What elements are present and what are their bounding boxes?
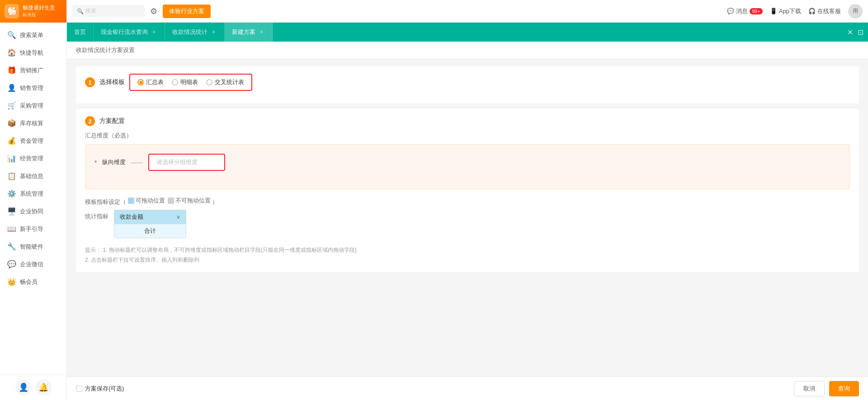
sidebar-label-system: 系统管理: [20, 190, 43, 198]
sidebar-item-inventory[interactable]: 📦 库存核算: [0, 114, 66, 132]
sidebar-label-smart-hw: 智能硬件: [20, 243, 43, 251]
footer-buttons: 取消 查询: [794, 381, 859, 396]
legend-fixed: 不可拖动位置: [168, 197, 211, 205]
chart-icon: 📊: [7, 154, 16, 163]
radio-cross-label: 交叉统计表: [215, 78, 244, 86]
app-icon: 📱: [770, 8, 777, 14]
user-icon: 👤: [7, 84, 16, 92]
wrench-icon: 🔧: [7, 242, 16, 251]
tab-receipt-stats[interactable]: 收款情况统计 ×: [165, 23, 225, 42]
stat-title: 统计指标: [85, 210, 108, 221]
tab-new-plan-close[interactable]: ×: [258, 28, 265, 36]
sidebar-label-finance: 资金管理: [20, 137, 43, 145]
tab-bank-flow[interactable]: 现金银行流水查询 ×: [94, 23, 165, 42]
window-close-icon[interactable]: ✕: [847, 28, 853, 37]
save-checkbox-label: 方案保存(可选): [85, 385, 124, 393]
dimension-placeholder: 请选择分组维度: [156, 159, 198, 165]
sidebar-item-finance[interactable]: 💰 资金管理: [0, 132, 66, 150]
sidebar-item-enterprise-wechat[interactable]: 💬 企业微信: [0, 255, 66, 273]
radio-dot-summary: [137, 79, 144, 85]
tips-section: 提示： 1. 拖动标题栏可以调整布局，不可跨维度或指标区域拖动栏目字段(只能在同…: [85, 245, 850, 265]
app-download-btn[interactable]: 📱 App下载: [770, 7, 801, 15]
step2-number: 2: [85, 116, 95, 126]
sidebar-item-smart-hw[interactable]: 🔧 智能硬件: [0, 238, 66, 255]
radio-summary-label: 汇总表: [146, 78, 164, 86]
header: 🔍 搜索 ⚙ 体验行业方案 💬 消息 99+ 📱 App下载 🎧 在线客服 用: [67, 0, 868, 23]
window-expand-icon[interactable]: ⊡: [858, 28, 863, 37]
sidebar-notification-btn[interactable]: 🔔: [35, 379, 52, 395]
stat-table: 收款金额 ∨ 合计: [114, 210, 186, 238]
indicator-section: 模板指标设定（ 可拖动位置 不可拖动位置 ）: [85, 197, 850, 238]
dimension-arrow: ——: [131, 159, 143, 166]
sidebar-label-operations: 经营管理: [20, 155, 43, 163]
sidebar-item-marketing[interactable]: 🎁 营销推广: [0, 61, 66, 79]
crown-icon: 👑: [7, 278, 16, 286]
sidebar-item-enterprise-collab[interactable]: 🖥️ 企业协同: [0, 202, 66, 220]
chat-icon: 💬: [7, 260, 16, 268]
avatar[interactable]: 用: [848, 4, 863, 19]
page-body: 1 选择模板 汇总表 明细表: [67, 59, 868, 279]
dimension-selector-btn[interactable]: 请选择分组维度: [148, 154, 225, 171]
search-placeholder: 搜索: [85, 7, 96, 15]
step1-title: 选择模板: [99, 78, 125, 86]
content-area: 收款情况统计方案设置 1 选择模板 汇总表: [67, 42, 868, 400]
header-search-box[interactable]: 🔍 搜索: [72, 5, 145, 17]
radio-summary[interactable]: 汇总表: [137, 78, 164, 86]
cart-icon: 🛒: [7, 101, 16, 110]
save-checkbox-box[interactable]: [76, 386, 82, 392]
sidebar-item-purchase[interactable]: 🛒 采购管理: [0, 97, 66, 114]
indicator-legend: 可拖动位置 不可拖动位置: [128, 197, 211, 205]
sidebar-item-sales[interactable]: 👤 销售管理: [0, 79, 66, 97]
sidebar-user-btn[interactable]: 👤: [15, 379, 32, 395]
chevron-down-icon[interactable]: ∨: [176, 214, 180, 220]
search-icon: 🔍: [77, 8, 84, 14]
sidebar-label-purchase: 采购管理: [20, 102, 43, 110]
sidebar: 畅 畅捷通好生意 标准版 🔍 搜索菜单 🏠 快捷导航 🎁 营销推广 👤 销售管理…: [0, 0, 67, 400]
radio-dot-cross: [206, 79, 212, 85]
gear-icon: ⚙️: [7, 189, 16, 198]
dimension-row: * 纵向维度 —— 请选择分组维度: [94, 154, 840, 171]
stat-total-row: 合计: [114, 224, 186, 238]
main-area: 🔍 搜索 ⚙ 体验行业方案 💬 消息 99+ 📱 App下载 🎧 在线客服 用: [67, 0, 868, 400]
logo-name: 畅捷通好生意: [23, 5, 55, 12]
sidebar-item-member[interactable]: 👑 畅会员: [0, 273, 66, 291]
sidebar-item-basic-info[interactable]: 📋 基础信息: [0, 167, 66, 185]
legend-draggable: 可拖动位置: [128, 197, 165, 205]
notification-btn[interactable]: 💬 消息 99+: [727, 7, 763, 15]
radio-detail[interactable]: 明细表: [172, 78, 198, 86]
tab-bank-flow-label: 现金银行流水查询: [101, 28, 148, 36]
tab-home-label: 首页: [74, 28, 86, 36]
sidebar-item-search-menu[interactable]: 🔍 搜索菜单: [0, 26, 66, 44]
sidebar-label-quick-nav: 快捷导航: [20, 49, 43, 57]
legend-dot-fixed: [168, 198, 174, 204]
support-btn[interactable]: 🎧 在线客服: [808, 7, 841, 15]
stat-header-row[interactable]: 收款金额 ∨: [114, 210, 186, 224]
dimension-area: * 纵向维度 —— 请选择分组维度: [85, 144, 850, 189]
tab-bank-flow-close[interactable]: ×: [151, 28, 157, 36]
settings-icon[interactable]: ⚙: [148, 5, 159, 18]
query-button[interactable]: 查询: [829, 381, 859, 396]
sidebar-footer: 👤 🔔: [0, 374, 66, 400]
tab-new-plan-label: 新建方案: [232, 28, 255, 36]
stat-table-area: 统计指标 收款金额 ∨ 合计: [85, 210, 850, 238]
sidebar-item-quick-nav[interactable]: 🏠 快捷导航: [0, 44, 66, 61]
tab-receipt-stats-close[interactable]: ×: [210, 28, 217, 36]
radio-dot-detail: [172, 79, 178, 85]
tab-new-plan[interactable]: 新建方案 ×: [225, 23, 273, 42]
step1-section: 1 选择模板 汇总表 明细表: [76, 66, 859, 104]
sidebar-label-inventory: 库存核算: [20, 119, 43, 127]
legend-dot-draggable: [128, 198, 134, 204]
cancel-button[interactable]: 取消: [794, 381, 825, 396]
gift-icon: 🎁: [7, 66, 16, 75]
radio-cross[interactable]: 交叉统计表: [206, 78, 244, 86]
sidebar-nav: 🔍 搜索菜单 🏠 快捷导航 🎁 营销推广 👤 销售管理 🛒 采购管理 📦 库存核…: [0, 23, 66, 374]
sidebar-item-system[interactable]: ⚙️ 系统管理: [0, 185, 66, 202]
sidebar-item-operations[interactable]: 📊 经营管理: [0, 150, 66, 167]
user-text: 用: [853, 7, 858, 15]
tab-home[interactable]: 首页: [67, 23, 94, 42]
sidebar-item-beginner[interactable]: 📖 新手引导: [0, 220, 66, 238]
book-icon: 📖: [7, 225, 16, 233]
trial-button[interactable]: 体验行业方案: [163, 5, 211, 18]
step1-number: 1: [85, 77, 95, 87]
save-checkbox[interactable]: 方案保存(可选): [76, 385, 124, 393]
